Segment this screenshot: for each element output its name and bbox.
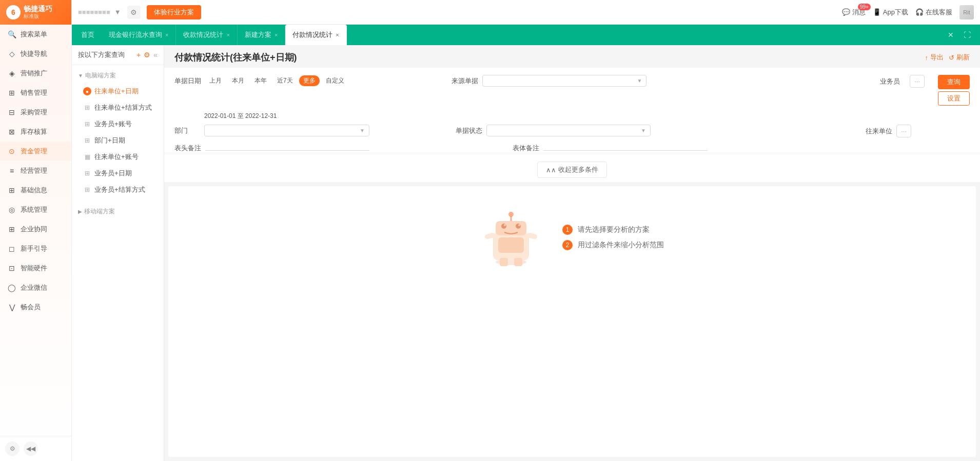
salesman-label: 业务员 xyxy=(880,77,906,86)
sidebar-item-operations[interactable]: ≡ 经营管理 xyxy=(0,161,71,181)
scheme-header: 按以下方案查询 + ⚙ « xyxy=(72,45,164,65)
close-all-tabs-button[interactable]: ✕ xyxy=(944,28,957,42)
member-icon: ⋁ xyxy=(7,303,16,312)
guide-icon: ◻ xyxy=(7,244,16,253)
date-control: 上月 本月 本年 近7天 更多 自定义 xyxy=(205,75,348,87)
sidebar-item-hardware[interactable]: ⊡ 智能硬件 xyxy=(0,258,71,278)
tab-new-scheme[interactable]: 新建方案 × xyxy=(238,25,285,45)
sidebar-item-marketing[interactable]: ◈ 营销推广 xyxy=(0,64,71,83)
dept-select[interactable]: ▼ xyxy=(204,125,369,136)
hint-text-1: 请先选择要分析的方案 xyxy=(578,225,650,234)
note-header-input[interactable] xyxy=(205,146,369,151)
sidebar-footer: ⚙ ◀◀ xyxy=(0,436,71,461)
message-button[interactable]: 💬 消息 99+ xyxy=(842,8,866,17)
status-select-arrow: ▼ xyxy=(641,128,646,133)
svg-rect-12 xyxy=(500,258,508,266)
scheme-item-dept-date[interactable]: ⊞ 部门+日期 xyxy=(72,132,164,149)
sidebar-item-quick-nav[interactable]: ◇ 快捷导航 xyxy=(0,44,71,64)
tab-payment-stats-close[interactable]: × xyxy=(226,32,229,38)
settings-button[interactable]: ⚙ xyxy=(5,442,19,456)
sidebar-item-purchase[interactable]: ⊟ 采购管理 xyxy=(0,103,71,122)
gear-button[interactable]: ⚙ xyxy=(127,6,141,19)
tab-payment-analysis[interactable]: 付款情况统计 × xyxy=(285,25,346,45)
source-select[interactable]: ▼ xyxy=(482,75,646,87)
salesman-ellipsis-btn[interactable]: ··· xyxy=(910,75,925,88)
tab-bank-flow[interactable]: 现金银行流水查询 × xyxy=(102,25,176,45)
scheme-item-partner-date[interactable]: ● 往来单位+日期 xyxy=(72,83,164,99)
add-scheme-button[interactable]: + xyxy=(136,51,141,59)
svg-point-5 xyxy=(516,224,521,229)
sidebar-item-enterprise[interactable]: ⊞ 企业协同 xyxy=(0,219,71,239)
scheme-item-salesman-date[interactable]: ⊞ 业务员+日期 xyxy=(72,165,164,182)
note-header-label: 表头备注 xyxy=(174,144,201,153)
pc-group-arrow: ▼ xyxy=(78,73,83,78)
mobile-group-name: 移动端方案 xyxy=(84,207,115,216)
tab-new-scheme-close[interactable]: × xyxy=(275,32,278,38)
expand-button[interactable]: ⛶ xyxy=(961,28,974,42)
scheme-item-icon: ⊞ xyxy=(83,169,91,177)
sidebar-item-fund[interactable]: ⊙ 资金管理 xyxy=(0,142,71,161)
scheme-header-actions: + ⚙ « xyxy=(136,51,158,59)
sidebar-item-search[interactable]: 🔍 搜索菜单 xyxy=(0,25,71,44)
collapse-conditions-button[interactable]: ∧∧ 收起更多条件 xyxy=(537,162,607,178)
tab-new-scheme-label: 新建方案 xyxy=(245,30,271,39)
svg-point-4 xyxy=(501,224,506,229)
sidebar-item-system[interactable]: ◎ 系统管理 xyxy=(0,200,71,219)
refresh-button[interactable]: ↺ 刷新 xyxy=(949,53,970,62)
collapse-sidebar-button[interactable]: ◀◀ xyxy=(24,442,38,456)
filter-settings-button[interactable]: 设置 xyxy=(938,91,970,106)
sidebar-item-sales[interactable]: ⊞ 销售管理 xyxy=(0,83,71,103)
trial-button[interactable]: 体验行业方案 xyxy=(147,5,201,19)
empty-hint-2: 2 用过滤条件来缩小分析范围 xyxy=(562,240,664,250)
sidebar-item-guide[interactable]: ◻ 新手引导 xyxy=(0,239,71,258)
export-button[interactable]: ↑ 导出 xyxy=(925,53,944,62)
scheme-item-partner-settle[interactable]: ⊞ 往来单位+结算方式 xyxy=(72,99,164,116)
scheme-item-salesman-settle[interactable]: ⊞ 业务员+结算方式 xyxy=(72,182,164,198)
hardware-icon: ⊡ xyxy=(7,264,16,273)
svg-rect-2 xyxy=(496,221,526,235)
scheme-item-partner-account[interactable]: ▦ 往来单位+账号 xyxy=(72,149,164,165)
date-tab-custom[interactable]: 自定义 xyxy=(322,75,348,87)
system-icon: ◎ xyxy=(7,205,16,214)
pc-group-name: 电脑端方案 xyxy=(85,71,116,80)
collapse-scheme-button[interactable]: « xyxy=(153,51,158,59)
scheme-item-icon: ⊞ xyxy=(83,120,91,128)
user-avatar[interactable]: Rit xyxy=(959,5,974,19)
scheme-item-label: 业务员+结算方式 xyxy=(94,185,145,194)
tab-payment-analysis-close[interactable]: × xyxy=(336,32,339,38)
sidebar-item-member[interactable]: ⋁ 畅会员 xyxy=(0,297,71,317)
query-button[interactable]: 查询 xyxy=(938,75,970,89)
pc-group-toggle[interactable]: ▼ 电脑端方案 xyxy=(72,68,164,83)
tab-bank-flow-close[interactable]: × xyxy=(165,32,168,38)
status-select[interactable]: ▼ xyxy=(486,125,651,136)
refresh-icon: ↺ xyxy=(949,54,954,62)
sidebar-item-inventory[interactable]: ⊠ 库存核算 xyxy=(0,122,71,142)
scheme-header-title: 按以下方案查询 xyxy=(78,50,125,59)
scheme-item-label: 往来单位+账号 xyxy=(94,152,139,162)
partner-ellipsis-btn[interactable]: ··· xyxy=(896,125,911,137)
main-area: ■■■■■■■■ ▼ ⚙ 体验行业方案 💬 消息 99+ 📱 App下载 🎧 在… xyxy=(72,0,980,461)
note-body-input[interactable] xyxy=(543,146,708,151)
scheme-dropdown-icon[interactable]: ▼ xyxy=(114,8,121,16)
scheme-settings-button[interactable]: ⚙ xyxy=(144,51,150,59)
date-tab-more[interactable]: 更多 xyxy=(299,75,320,86)
service-button[interactable]: 🎧 在线客服 xyxy=(915,8,952,17)
tab-home[interactable]: 首页 xyxy=(74,25,102,45)
tab-payment-stats[interactable]: 收款情况统计 × xyxy=(176,25,237,45)
app-download-button[interactable]: 📱 App下载 xyxy=(873,8,908,17)
partner-filter: 往来单位 ··· xyxy=(737,125,911,137)
date-tab-this-year[interactable]: 本年 xyxy=(250,75,271,87)
date-tab-this-month[interactable]: 本月 xyxy=(228,75,248,87)
scheme-item-salesman-account[interactable]: ⊞ 业务员+账号 xyxy=(72,116,164,132)
mobile-group-toggle[interactable]: ▶ 移动端方案 xyxy=(72,204,164,219)
date-tab-7days[interactable]: 近7天 xyxy=(273,75,297,87)
export-icon: ↑ xyxy=(925,54,929,62)
sidebar-item-basic-info[interactable]: ⊞ 基础信息 xyxy=(0,181,71,200)
date-label: 单据日期 xyxy=(174,76,201,86)
sidebar-item-label: 企业微信 xyxy=(21,283,47,292)
status-label: 单据状态 xyxy=(456,126,482,135)
sidebar-item-wechat[interactable]: ◯ 企业微信 xyxy=(0,278,71,297)
date-filter: 单据日期 上月 本月 本年 近7天 更多 自定义 xyxy=(174,75,348,87)
date-tab-last-month[interactable]: 上月 xyxy=(205,75,226,87)
sidebar-item-label: 企业协同 xyxy=(21,225,47,234)
